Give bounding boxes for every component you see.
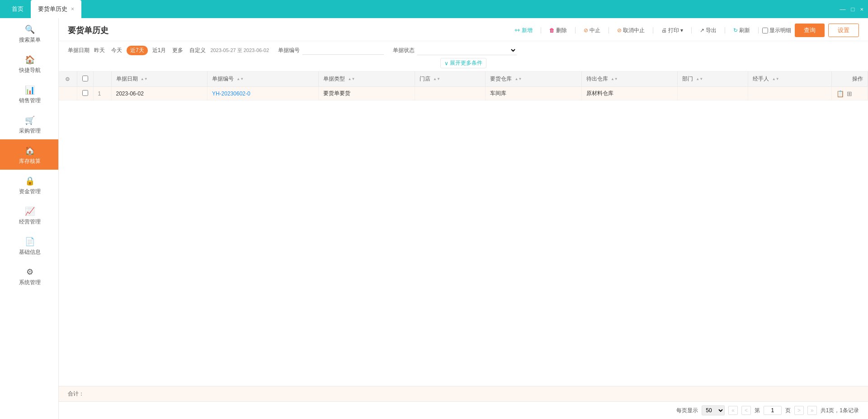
minimize-button[interactable]: — — [840, 6, 846, 13]
page-size-select[interactable]: 10 20 50 100 — [702, 405, 725, 415]
page-header: 要货单历史 + + 新增 🗑 删除 ⊘ 中止 ⊘ — [59, 18, 868, 41]
last-page-button[interactable]: » — [807, 406, 817, 415]
page-title: 要货单历史 — [68, 25, 108, 36]
row-settings-icon[interactable] — [59, 87, 77, 100]
table-container: ⚙ 单据日期 ▲▼ 单据编号 ▲▼ — [59, 71, 868, 386]
row-store — [415, 87, 486, 100]
cancel-stop-button[interactable]: ⊘ 取消中止 — [613, 25, 649, 36]
print-button[interactable]: 🖨 打印 ▾ — [657, 25, 688, 36]
row-handler — [748, 87, 832, 100]
tab-home[interactable]: 首页 — [5, 0, 31, 18]
stop-button[interactable]: ⊘ 中止 — [579, 25, 605, 36]
dept-sort-icon[interactable]: ▲▼ — [696, 77, 703, 81]
dept-col-header: 部门 ▲▼ — [677, 71, 748, 87]
first-page-button[interactable]: « — [728, 406, 738, 415]
summary-label: 合计： — [68, 390, 84, 397]
close-button[interactable]: × — [860, 6, 863, 13]
row-actions: 📋 ⊞ — [832, 87, 868, 100]
refresh-button[interactable]: ↻ 刷新 — [729, 25, 755, 36]
action-icons: 📋 ⊞ — [836, 90, 863, 97]
settings-button[interactable]: 设置 — [828, 24, 859, 37]
row-req-warehouse: 车间库 — [486, 87, 581, 100]
ordertype-sort-icon[interactable]: ▲▼ — [348, 77, 355, 81]
content-area: 要货单历史 + + 新增 🗑 删除 ⊘ 中止 ⊘ — [59, 18, 868, 419]
export-button[interactable]: ↗ 导出 — [695, 25, 721, 36]
reqwh-sort-icon[interactable]: ▲▼ — [514, 77, 522, 81]
order-no-input[interactable] — [302, 46, 384, 55]
sidebar-item-base-info[interactable]: 📄 基础信息 — [0, 230, 58, 261]
sidebar-item-label: 系统管理 — [19, 279, 41, 286]
handler-sort-icon[interactable]: ▲▼ — [772, 77, 779, 81]
sidebar-item-inventory[interactable]: 🏠 库存核算 — [0, 139, 58, 170]
sidebar-item-search-menu[interactable]: 🔍 搜索菜单 — [0, 18, 58, 48]
sidebar-item-label: 库存核算 — [19, 157, 41, 165]
date-col-header: 单据日期 ▲▼ — [111, 71, 207, 87]
handler-col-header: 经手人 ▲▼ — [748, 71, 832, 87]
sidebar-item-label: 搜索菜单 — [19, 36, 41, 44]
orders-table: ⚙ 单据日期 ▲▼ 单据编号 ▲▼ — [59, 71, 868, 100]
date-btn-custom[interactable]: 自定义 — [188, 46, 208, 55]
edit-action-icon[interactable]: ⊞ — [847, 90, 852, 97]
sidebar-item-sys[interactable]: ⚙ 系统管理 — [0, 261, 58, 291]
current-page-input[interactable] — [764, 406, 782, 415]
sidebar-item-label: 资金管理 — [19, 188, 41, 195]
sidebar-item-operations[interactable]: 📈 经营管理 — [0, 200, 58, 230]
query-button[interactable]: 查询 — [795, 24, 825, 37]
stop-icon: ⊘ — [584, 27, 588, 33]
order-no-link[interactable]: YH-20230602-0 — [212, 90, 250, 97]
base-info-icon: 📄 — [25, 237, 35, 247]
divider — [653, 27, 653, 33]
status-label: 单据状态 — [393, 47, 415, 54]
tab-order-history-label: 要货单历史 — [38, 5, 67, 13]
date-btn-1month[interactable]: 近1月 — [151, 46, 168, 55]
date-range: 2023-05-27 至 2023-06-02 — [210, 47, 269, 54]
table-header-row: ⚙ 单据日期 ▲▼ 单据编号 ▲▼ — [59, 71, 868, 87]
date-btn-today[interactable]: 今天 — [109, 46, 124, 55]
divider — [758, 27, 759, 33]
new-label: + 新增 — [517, 27, 533, 34]
show-detail-toggle[interactable]: 显示明细 — [762, 27, 791, 34]
window-controls: — □ × — [840, 6, 863, 13]
order-no-filter: 单据编号 — [278, 46, 384, 55]
date-sort-icon[interactable]: ▲▼ — [141, 77, 148, 81]
orderno-sort-icon[interactable]: ▲▼ — [236, 77, 244, 81]
filter-bar: 单据日期 昨天 今天 近7天 近1月 更多 自定义 2023-05-27 至 2… — [59, 41, 868, 71]
store-col-header: 门店 ▲▼ — [415, 71, 486, 87]
next-page-button[interactable]: > — [794, 406, 804, 415]
show-detail-checkbox[interactable] — [762, 28, 768, 33]
maximize-button[interactable]: □ — [851, 6, 855, 13]
stop-label: 中止 — [590, 27, 600, 34]
sidebar-item-label: 快捷导航 — [19, 67, 41, 74]
row-order-type: 要货单要货 — [319, 87, 415, 100]
view-action-icon[interactable]: 📋 — [836, 90, 844, 97]
sidebar-item-quick-nav[interactable]: 🏠 快捷导航 — [0, 48, 58, 79]
row-checkbox[interactable] — [82, 90, 88, 96]
sidebar-item-sales[interactable]: 📊 销售管理 — [0, 79, 58, 109]
settings-col-header[interactable]: ⚙ — [59, 71, 77, 87]
sidebar-item-finance[interactable]: 🔒 资金管理 — [0, 170, 58, 200]
sidebar-item-purchase[interactable]: 🛒 采购管理 — [0, 109, 58, 139]
expand-label: 展开更多条件 — [450, 59, 482, 67]
select-all-checkbox[interactable] — [82, 76, 88, 81]
store-sort-icon[interactable]: ▲▼ — [433, 77, 440, 81]
date-btn-more[interactable]: 更多 — [170, 46, 185, 55]
show-detail-label: 显示明细 — [769, 27, 791, 34]
delete-button[interactable]: 🗑 删除 — [545, 25, 571, 36]
date-btn-7days[interactable]: 近7天 — [127, 46, 148, 55]
table-row: 1 2023-06-02 YH-20230602-0 要货单要货 车间库 原材料… — [59, 87, 868, 100]
date-filter: 单据日期 昨天 今天 近7天 近1月 更多 自定义 2023-05-27 至 2… — [68, 46, 269, 55]
order-type-col-header: 单据类型 ▲▼ — [319, 71, 415, 87]
expand-filter-button[interactable]: ∨ 展开更多条件 — [440, 58, 486, 68]
total-info: 共1页，1条记录 — [821, 407, 859, 414]
pendwh-sort-icon[interactable]: ▲▼ — [611, 77, 618, 81]
new-button[interactable]: + + 新增 — [510, 25, 537, 36]
close-icon[interactable]: × — [71, 6, 74, 12]
sidebar-item-label: 采购管理 — [19, 127, 41, 135]
date-btn-yesterday[interactable]: 昨天 — [92, 46, 107, 55]
status-select[interactable] — [417, 46, 517, 55]
pagination: 每页显示 10 20 50 100 « < 第 页 > » 共1页，1条记录 — [59, 401, 868, 419]
prev-page-button[interactable]: < — [741, 406, 751, 415]
row-number: 1 — [93, 87, 111, 100]
row-date: 2023-06-02 — [111, 87, 207, 100]
tab-order-history[interactable]: 要货单历史 × — [31, 0, 81, 18]
